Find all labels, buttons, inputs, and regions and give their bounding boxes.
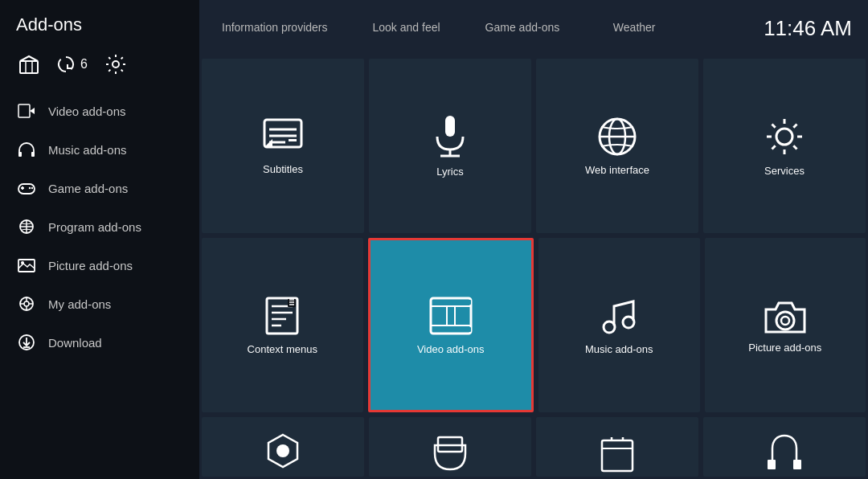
svg-rect-53 bbox=[445, 300, 452, 305]
camera-icon bbox=[763, 297, 808, 335]
addon-grid: Subtitles Lyrics bbox=[199, 56, 868, 479]
grid-cell-picture-addons[interactable]: Picture add-ons bbox=[705, 238, 866, 412]
svg-point-18 bbox=[21, 261, 24, 264]
update-icon[interactable]: 6 bbox=[58, 50, 87, 79]
sidebar-item-label: Picture add-ons bbox=[48, 259, 133, 272]
grid-cell-partial-1[interactable] bbox=[202, 417, 364, 477]
tab-game-add-ons[interactable]: Game add-ons bbox=[463, 0, 583, 56]
svg-rect-74 bbox=[793, 460, 801, 469]
svg-rect-69 bbox=[602, 440, 633, 471]
cell-label-services: Services bbox=[758, 165, 811, 177]
svg-point-20 bbox=[24, 301, 29, 306]
svg-point-13 bbox=[31, 187, 33, 189]
grid-cell-services[interactable]: Services bbox=[703, 59, 866, 233]
grid-cell-music-addons[interactable]: Music add-ons bbox=[538, 238, 700, 412]
picture-icon bbox=[16, 255, 37, 276]
svg-rect-35 bbox=[445, 116, 455, 137]
clock: 11:46 AM bbox=[764, 16, 852, 41]
svg-rect-5 bbox=[18, 104, 30, 117]
sidebar-item-music-addons[interactable]: Music add-ons bbox=[0, 130, 199, 169]
sidebar: Add-ons 6 bbox=[0, 0, 199, 479]
svg-point-4 bbox=[113, 61, 119, 68]
top-bar: Information providers Look and feel Game… bbox=[199, 0, 868, 56]
sidebar-item-label: Game add-ons bbox=[48, 182, 128, 195]
sidebar-item-label: My add-ons bbox=[48, 297, 111, 311]
cell-label-context-menus: Context menus bbox=[241, 343, 324, 355]
sidebar-item-label: Download bbox=[48, 336, 102, 350]
web-icon bbox=[596, 116, 638, 158]
tab-look-and-feel[interactable]: Look and feel bbox=[350, 0, 463, 56]
cell-label-video-addons: Video add-ons bbox=[411, 343, 491, 355]
partial-icon-4 bbox=[764, 433, 805, 473]
sidebar-item-label: Video add-ons bbox=[48, 104, 125, 118]
my-addons-icon bbox=[16, 293, 37, 314]
grid-cell-partial-4[interactable] bbox=[703, 417, 866, 477]
svg-rect-0 bbox=[20, 61, 38, 73]
grid-row-3-partial bbox=[199, 415, 868, 479]
grid-row-2: Context menus bbox=[199, 235, 868, 415]
cell-label-lyrics: Lyrics bbox=[430, 166, 469, 178]
grid-cell-subtitles[interactable]: Subtitles bbox=[202, 59, 364, 233]
grid-cell-partial-3[interactable] bbox=[536, 417, 698, 477]
svg-rect-58 bbox=[457, 327, 463, 332]
cell-label-web-interface: Web interface bbox=[579, 164, 656, 176]
sidebar-toolbar: 6 bbox=[0, 43, 199, 88]
grid-cell-context-menus[interactable]: Context menus bbox=[202, 238, 363, 412]
svg-point-67 bbox=[276, 444, 289, 457]
svg-rect-55 bbox=[468, 300, 471, 305]
svg-point-65 bbox=[776, 312, 794, 330]
svg-rect-60 bbox=[431, 306, 471, 325]
video-icon bbox=[16, 100, 37, 121]
update-count: 6 bbox=[80, 57, 88, 72]
grid-cell-web-interface[interactable]: Web interface bbox=[536, 59, 698, 233]
grid-cell-video-addons[interactable]: Video add-ons bbox=[368, 238, 534, 412]
tab-information-providers[interactable]: Information providers bbox=[199, 0, 350, 56]
svg-rect-54 bbox=[457, 300, 463, 305]
svg-point-41 bbox=[776, 129, 792, 145]
cell-label-picture-addons: Picture add-ons bbox=[742, 342, 828, 354]
addon-box-icon[interactable] bbox=[14, 50, 43, 79]
svg-point-63 bbox=[604, 321, 615, 333]
svg-point-12 bbox=[29, 187, 31, 189]
page-title: Add-ons bbox=[0, 0, 199, 43]
grid-cell-lyrics[interactable]: Lyrics bbox=[369, 59, 531, 233]
svg-point-64 bbox=[623, 317, 634, 328]
program-icon bbox=[16, 216, 37, 237]
sidebar-item-game-addons[interactable]: Game add-ons bbox=[0, 169, 199, 207]
sidebar-nav: Video add-ons Music add-ons bbox=[0, 92, 199, 479]
svg-rect-57 bbox=[445, 327, 452, 332]
tab-weather[interactable]: Weather bbox=[582, 0, 686, 56]
services-icon bbox=[763, 115, 806, 158]
video-film-icon bbox=[428, 295, 474, 337]
svg-rect-56 bbox=[434, 327, 440, 332]
headphones-icon bbox=[16, 139, 37, 160]
partial-icon-2 bbox=[430, 433, 470, 473]
main-content: Information providers Look and feel Game… bbox=[199, 0, 868, 479]
music-note-icon bbox=[598, 295, 640, 337]
partial-icon-3 bbox=[597, 433, 637, 473]
sidebar-item-video-addons[interactable]: Video add-ons bbox=[0, 92, 199, 130]
svg-point-66 bbox=[781, 317, 789, 325]
svg-rect-7 bbox=[18, 152, 22, 157]
svg-rect-52 bbox=[434, 300, 440, 305]
sidebar-item-my-addons[interactable]: My add-ons bbox=[0, 285, 199, 323]
svg-rect-59 bbox=[468, 327, 471, 332]
cell-label-subtitles: Subtitles bbox=[256, 163, 309, 175]
svg-rect-73 bbox=[768, 460, 776, 469]
svg-marker-6 bbox=[30, 108, 35, 114]
subtitles-icon bbox=[261, 117, 305, 157]
cell-label-music-addons: Music add-ons bbox=[579, 343, 660, 355]
grid-row-1: Subtitles Lyrics bbox=[199, 56, 868, 235]
sidebar-item-download[interactable]: Download bbox=[0, 323, 199, 362]
sidebar-item-program-addons[interactable]: Program add-ons bbox=[0, 207, 199, 246]
lyrics-icon bbox=[432, 114, 468, 159]
gamepad-icon bbox=[16, 178, 37, 199]
grid-cell-partial-2[interactable] bbox=[369, 417, 531, 477]
partial-icon-1 bbox=[265, 433, 301, 473]
download-icon bbox=[16, 332, 37, 353]
sidebar-item-label: Music add-ons bbox=[48, 143, 127, 157]
settings-icon[interactable] bbox=[101, 50, 130, 79]
sidebar-item-picture-addons[interactable]: Picture add-ons bbox=[0, 246, 199, 285]
svg-rect-8 bbox=[31, 152, 35, 157]
context-menus-icon bbox=[264, 295, 301, 337]
